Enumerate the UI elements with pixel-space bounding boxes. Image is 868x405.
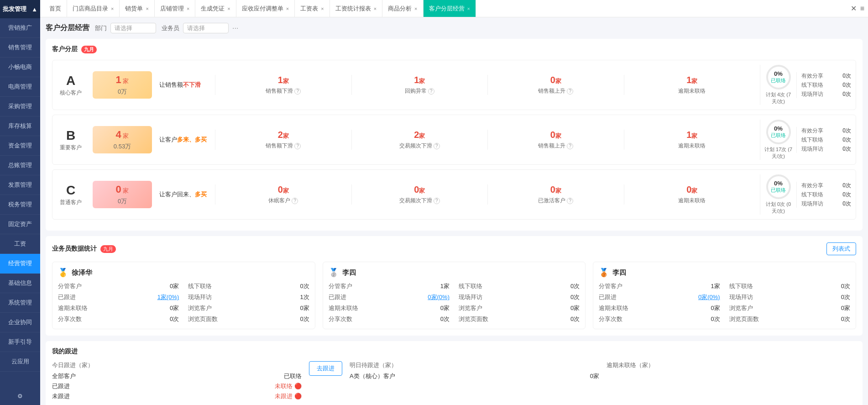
tab-首页[interactable]: 首页 [44,0,67,17]
overdue-followup-title: 逾期未联络（家） [607,361,856,369]
sidebar-item-小畅电商[interactable]: 小畅电商 [0,58,40,77]
sales-select[interactable]: 请选择 [183,23,229,33]
tier-stat-C-3: 0家 逾期未联络 [624,184,760,205]
staff-stat-row-6: 分享次数 0次 [329,315,450,323]
sidebar-item-云应用[interactable]: 云应用 [0,352,40,372]
tier-row-A: A 核心客户 1 家 0万 让销售额不下滑 1家 销售额下滑 ? 1家 [52,60,856,110]
today-followup-title: 今日跟进（家） [52,361,302,369]
tab-门店商品目录[interactable]: 门店商品目录× [67,0,120,17]
followup-val-3: 未跟进 🔴 [275,392,302,400]
tier-stat-B-0: 2家 销售额下滑 ? [215,130,351,150]
tab-客户分层经营[interactable]: 客户分层经营× [424,0,476,17]
staff-section-title: 业务员数据统计 [52,245,97,253]
staff-stat-row-3: 现场拜访 0次 [729,293,850,301]
sidebar-item-采购管理[interactable]: 采购管理 [0,97,40,116]
tier-stat-C-2: 0家 已激活客户 ? [487,184,624,205]
sidebar-item-资金管理[interactable]: 资金管理 [0,136,40,156]
info-icon[interactable]: ? [567,143,573,149]
staff-stat-row-2: 已跟进 0家(0%) [329,293,450,301]
tier-suggestion-B: 让客户多来、多买 [156,136,215,144]
tab-工资统计报表[interactable]: 工资统计报表× [330,0,382,17]
staff-month-badge[interactable]: 九月 [100,245,116,253]
info-icon[interactable]: ? [434,143,440,149]
info-icon[interactable]: ? [292,198,298,204]
tab-menu-icon[interactable]: ≡ [860,5,864,13]
staff-stat-row-5: 浏览客户 0家 [459,304,580,312]
tier-stat-B-3: 1家 逾期未联络 [624,130,760,150]
dept-select[interactable]: 请选择 [110,23,156,33]
tab-close-销货单[interactable]: × [146,6,148,11]
staff-medal-1: 🥈 [329,268,339,278]
sidebar-item-固定资产[interactable]: 固定资产 [0,215,40,234]
staff-section: 业务员数据统计 九月 列表式 🥇 徐泽华 分管客户 0家 线下联络 0次 已跟进 [46,236,863,336]
tier-circle-A: 0% 已联络 计划 4次 (7天/次) [760,65,796,105]
tomorrow-val-1: 0家 [590,372,599,380]
customer-month-badge[interactable]: 九月 [81,46,97,53]
followup-val-2: 未联络 🔴 [275,382,302,390]
sidebar-item-总账管理[interactable]: 总账管理 [0,156,40,175]
staff-stat-row-1: 线下联络 0次 [188,282,309,290]
staff-stat-row-2: 已跟进 1家(0%) [58,293,179,301]
tab-close-工资统计报表[interactable]: × [374,6,376,11]
sidebar-item-库存核算[interactable]: 库存核算 [0,116,40,136]
sidebar-item-经营管理[interactable]: 经营管理 [0,254,40,274]
tab-close-生成凭证[interactable]: × [227,6,230,11]
sidebar-footer[interactable]: ⚙ [0,387,40,405]
info-icon[interactable]: ? [294,88,301,95]
followup-row-3: 未跟进 未跟进 🔴 [52,392,302,400]
page-title: 客户分层经营 [46,23,89,33]
tab-商品分析[interactable]: 商品分析× [382,0,423,17]
info-icon[interactable]: ? [294,143,301,149]
staff-card-2: 🥉 李四 分管客户 1家 线下联络 0次 已跟进 0家(0%) 现场拜访 0次 [593,262,856,329]
sidebar-item-企业协同[interactable]: 企业协同 [0,313,40,332]
tab-工资表[interactable]: 工资表× [295,0,329,17]
info-icon[interactable]: ? [428,88,434,95]
more-filter-icon[interactable]: ··· [232,24,238,32]
tab-close-icon[interactable]: ✕ [851,4,857,13]
sidebar-item-系统管理[interactable]: 系统管理 [0,293,40,313]
staff-stat-row-7: 浏览页面数 0次 [459,315,580,323]
tomorrow-followup-title: 明日待跟进（家） [350,361,599,369]
tab-close-商品分析[interactable]: × [414,6,417,11]
today-followup-block: 今日跟进（家） 全部客户 已联络 已跟进 未联络 🔴 未跟进 未跟进 🔴 [52,361,302,402]
list-view-button[interactable]: 列表式 [826,242,856,255]
tier-circle-B: 0% 已联络 计划 17次 (7天/次) [760,120,796,160]
info-icon[interactable]: ? [434,198,440,204]
sidebar-item-新手引导[interactable]: 新手引导 [0,332,40,352]
sidebar-collapse-icon[interactable]: ▲ [31,6,37,13]
tab-应收应付调整单[interactable]: 应收应付调整单× [236,0,295,17]
sidebar-item-工资[interactable]: 工资 [0,234,40,254]
tier-stat-C-1: 0家 交易频次下滑 ? [351,184,488,205]
sidebar-item-税务管理[interactable]: 税务管理 [0,195,40,215]
tab-close-应收应付调整单[interactable]: × [286,6,289,11]
tab-店铺管理[interactable]: 店铺管理× [155,0,195,17]
staff-stat-row-5: 浏览客户 0家 [188,304,309,312]
staff-medal-2: 🥉 [599,268,609,278]
followup-val-1: 已联络 [284,372,302,380]
dept-filter-group: 部门 请选择 [95,23,156,33]
tier-count-C: 0 家 0万 [93,181,152,208]
sidebar-item-基础信息[interactable]: 基础信息 [0,274,40,293]
staff-stat-row-6: 分享次数 0次 [58,315,179,323]
staff-stat-row-0: 分管客户 1家 [329,282,450,290]
sidebar-item-电商管理[interactable]: 电商管理 [0,77,40,97]
go-followup-button[interactable]: 去跟进 [309,361,342,376]
followup-label-1: 全部客户 [52,372,76,380]
tab-生成凭证[interactable]: 生成凭证× [195,0,236,17]
staff-stat-row-3: 现场拜访 1次 [188,293,309,301]
staff-card-0: 🥇 徐泽华 分管客户 0家 线下联络 0次 已跟进 1家(0%) 现场拜访 1次 [52,262,315,329]
info-icon[interactable]: ? [567,88,573,95]
info-icon[interactable]: ? [567,198,573,204]
tab-close-客户分层经营[interactable]: × [467,6,470,11]
tab-销货单[interactable]: 销货单× [120,0,154,17]
staff-stat-row-2: 已跟进 0家(0%) [599,293,720,301]
tab-close-店铺管理[interactable]: × [187,6,189,11]
sidebar-item-营销推广[interactable]: 营销推广 [0,18,40,38]
tab-close-门店商品目录[interactable]: × [111,6,114,11]
tab-close-工资表[interactable]: × [321,6,324,11]
sidebar-item-销售管理[interactable]: 销售管理 [0,38,40,58]
tier-stat-A-1: 1家 回购异常 ? [351,75,488,95]
settings-icon[interactable]: ⚙ [17,393,23,400]
customer-section: 客户分层 九月 A 核心客户 1 家 0万 让销售额不下滑 1家 销售额下滑 ? [46,39,863,231]
sidebar-item-发票管理[interactable]: 发票管理 [0,175,40,195]
